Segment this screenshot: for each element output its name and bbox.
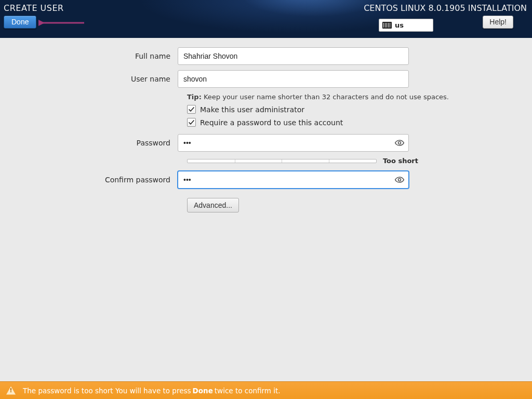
user-name-label: User name [0, 75, 178, 83]
password-strength-meter [187, 159, 377, 163]
make-admin-checkbox[interactable] [187, 105, 196, 114]
svg-point-1 [398, 142, 401, 144]
keyboard-layout-code: us [395, 21, 404, 29]
password-strength-text: Too short [383, 157, 418, 165]
make-admin-label: Make this user administrator [200, 105, 304, 114]
password-label: Password [0, 139, 178, 147]
require-password-checkbox[interactable] [187, 118, 196, 127]
warning-text-prefix: The password is too short You will have … [23, 387, 191, 395]
done-button[interactable]: Done [4, 16, 36, 29]
user-name-input[interactable] [178, 70, 409, 88]
keyboard-icon [382, 22, 392, 29]
svg-point-2 [398, 179, 401, 181]
tip-text: Keep your user name shorter than 32 char… [204, 93, 449, 101]
warning-icon: ! [6, 387, 16, 395]
full-name-input[interactable] [178, 47, 409, 65]
warning-bold: Done [193, 387, 213, 395]
confirm-password-input[interactable] [178, 171, 409, 189]
password-input[interactable] [178, 134, 409, 152]
check-icon [188, 119, 195, 126]
eye-icon[interactable] [394, 138, 405, 148]
annotation-arrow [38, 17, 85, 28]
require-password-label: Require a password to use this account [200, 118, 343, 127]
product-title: CENTOS LINUX 8.0.1905 INSTALLATION [364, 3, 527, 13]
tip-label: Tip: [187, 93, 202, 101]
check-icon [188, 106, 195, 113]
advanced-button[interactable]: Advanced... [187, 198, 239, 212]
page-title: CREATE USER [4, 3, 64, 13]
help-button[interactable]: Help! [483, 16, 513, 29]
keyboard-layout-indicator[interactable]: us [379, 19, 433, 32]
full-name-label: Full name [0, 52, 178, 60]
warning-text-suffix: twice to confirm it. [215, 387, 281, 395]
confirm-password-label: Confirm password [0, 176, 178, 184]
warning-bar: ! The password is too short You will hav… [0, 381, 532, 399]
eye-icon[interactable] [394, 175, 405, 185]
